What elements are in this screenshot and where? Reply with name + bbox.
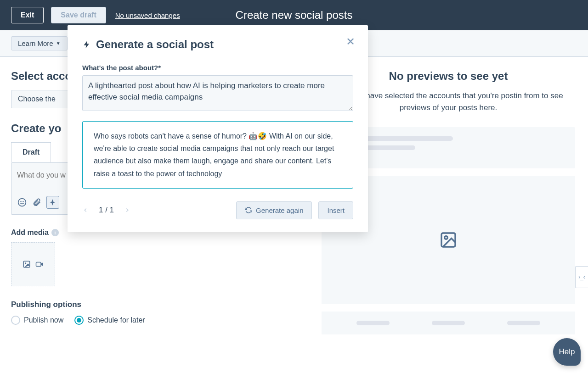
svg-point-4 [25,262,26,264]
popover-title-text: Generate a social post [96,38,214,51]
media-dropzone[interactable] [11,242,55,286]
svg-rect-5 [36,262,41,267]
chevron-right-icon [124,207,130,213]
svg-point-1 [21,201,21,202]
emoji-icon[interactable] [17,197,27,207]
prompt-input[interactable] [82,75,353,111]
generate-again-label: Generate again [256,206,303,214]
unsaved-changes-link[interactable]: No unsaved changes [115,11,180,19]
svg-point-2 [23,201,23,202]
radio-publish-now[interactable]: Publish now [11,316,63,325]
svg-point-7 [445,236,448,239]
image-icon [23,260,31,268]
skeleton-footer [322,312,575,334]
popover-close-button[interactable]: ✕ [346,36,355,47]
info-icon[interactable]: i [51,229,59,236]
pager-prev-button[interactable] [82,207,89,213]
generate-post-popover: Generate a social post ✕ What's the post… [68,25,368,232]
tab-draft[interactable]: Draft [11,142,51,162]
publishing-options-title: Publishing options [11,300,265,309]
image-placeholder-icon [438,231,459,249]
learn-more-label: Learn More [18,39,53,47]
chevron-left-icon [82,207,89,213]
video-icon [35,260,44,268]
caret-down-icon: ▼ [56,41,61,46]
insert-button[interactable]: Insert [318,201,353,219]
expand-icon: ›_‹ [578,274,585,280]
publishing-options-radios: Publish now Schedule for later [11,316,265,325]
radio-icon [11,316,20,325]
save-draft-button: Save draft [51,7,106,23]
pager: 1 / 1 [82,206,130,215]
ai-generate-icon[interactable] [46,196,59,209]
prompt-label: What's the post about?* [82,64,353,72]
help-button[interactable]: Help [553,338,581,366]
pager-next-button[interactable] [124,207,130,213]
page-title: Create new social posts [236,9,353,22]
refresh-icon [245,206,252,214]
radio-schedule-later[interactable]: Schedule for later [74,316,145,325]
bolt-icon [82,40,91,49]
generate-again-button[interactable]: Generate again [236,201,312,219]
radio-publish-now-label: Publish now [24,316,63,324]
side-panel-toggle[interactable]: ›_‹ [575,266,588,288]
pager-text: 1 / 1 [99,206,114,215]
attachment-icon[interactable] [32,197,42,207]
accounts-dropdown-label: Choose the [18,95,56,103]
radio-schedule-later-label: Schedule for later [87,316,145,324]
svg-point-0 [18,199,26,206]
exit-button[interactable]: Exit [11,7,44,23]
add-media-text: Add media [11,228,49,237]
learn-more-button[interactable]: Learn More ▼ [11,36,68,50]
radio-icon-selected [74,316,84,325]
close-icon: ✕ [346,35,355,48]
popover-title: Generate a social post [82,38,353,51]
popover-footer: 1 / 1 Generate again Insert [82,201,353,219]
generated-output: Who says robots can't have a sense of hu… [82,121,353,189]
